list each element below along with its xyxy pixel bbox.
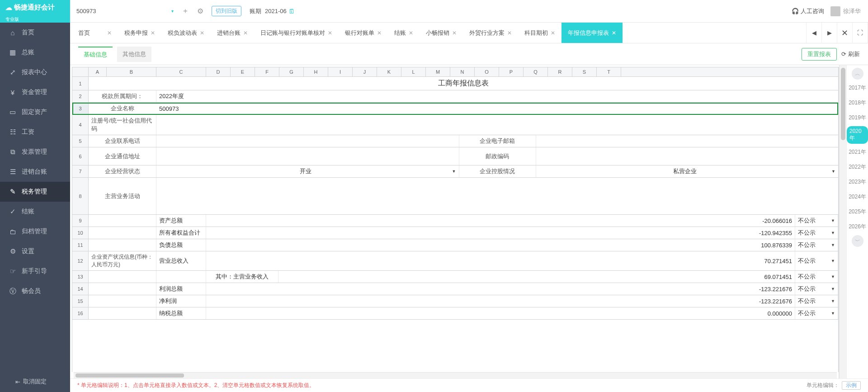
consult-link[interactable]: 🎧人工咨询: [792, 7, 824, 15]
publish-select[interactable]: 不公示▼: [795, 271, 838, 283]
year-down-button[interactable]: ﹀: [852, 235, 863, 247]
col-header[interactable]: K: [377, 67, 401, 76]
row-header[interactable]: 2: [72, 90, 89, 102]
sidebar-item-5[interactable]: ☷工资: [0, 122, 70, 142]
sidebar-item-0[interactable]: ⌂首页: [0, 23, 70, 43]
email-input[interactable]: [536, 135, 839, 147]
calendar-icon[interactable]: 🗓: [288, 8, 295, 15]
postal-input[interactable]: [536, 147, 839, 165]
main-biz-input[interactable]: [156, 178, 838, 214]
row-header[interactable]: 7: [72, 165, 89, 177]
publish-select[interactable]: 不公示▼: [795, 239, 838, 251]
sidebar-item-6[interactable]: ⧉发票管理: [0, 142, 70, 162]
year-item[interactable]: 2023年: [847, 175, 868, 189]
tab-close-icon[interactable]: ✕: [243, 30, 248, 36]
col-header[interactable]: O: [475, 67, 499, 76]
col-header[interactable]: A: [89, 67, 107, 76]
tab-4[interactable]: 进销台账✕: [211, 23, 254, 43]
tab-close-all-button[interactable]: ✕: [837, 23, 853, 43]
publish-select[interactable]: 不公示▼: [795, 215, 838, 227]
tab-close-icon[interactable]: ✕: [107, 30, 112, 36]
unpin-button[interactable]: ⇤取消固定: [0, 371, 70, 392]
year-up-button[interactable]: ︿: [852, 68, 863, 80]
sidebar-item-1[interactable]: ▦总账: [0, 43, 70, 62]
spreadsheet[interactable]: ABCDEFGHIJKLMNOPQRST 1工商年报信息表2税款所属期间：202…: [72, 67, 839, 378]
plus-icon[interactable]: ＋: [182, 6, 189, 16]
tab-close-icon[interactable]: ✕: [507, 30, 512, 36]
col-header[interactable]: R: [548, 67, 572, 76]
tab-11[interactable]: 年报信息申报表✕: [561, 23, 623, 43]
fin-input[interactable]: -120.942355: [206, 227, 795, 239]
col-header[interactable]: G: [279, 67, 304, 76]
publish-select[interactable]: 不公示▼: [795, 227, 838, 239]
sidebar-item-12[interactable]: ☞新手引导: [0, 261, 70, 281]
col-header[interactable]: B: [107, 67, 156, 76]
year-item[interactable]: 2022年: [847, 161, 868, 174]
row-header[interactable]: 12: [72, 251, 89, 270]
col-header[interactable]: N: [450, 67, 475, 76]
select-all-corner[interactable]: [72, 67, 89, 76]
switch-old-button[interactable]: 切到旧版: [212, 6, 241, 16]
fin-input[interactable]: 69.071451: [278, 271, 795, 283]
tab-3[interactable]: 税负波动表✕: [161, 23, 211, 43]
year-item[interactable]: 2025年: [847, 205, 868, 218]
publish-select[interactable]: 不公示▼: [795, 307, 838, 319]
tab-close-icon[interactable]: ✕: [452, 30, 457, 36]
tab-6[interactable]: 银行对账单✕: [339, 23, 388, 43]
year-item[interactable]: 2018年: [847, 96, 868, 109]
tab-close-icon[interactable]: ✕: [151, 30, 155, 36]
tab-8[interactable]: 小畅报销✕: [420, 23, 463, 43]
company-name-input[interactable]: 500973: [156, 103, 838, 114]
subtab-other[interactable]: 其他信息: [117, 47, 151, 62]
sidebar-item-9[interactable]: ✓结账: [0, 202, 70, 222]
fin-input[interactable]: 0.000000: [206, 307, 795, 319]
fin-input[interactable]: 100.876339: [206, 239, 795, 251]
fin-input[interactable]: -123.221676: [206, 295, 795, 307]
col-header[interactable]: M: [426, 67, 450, 76]
tab-close-icon[interactable]: ✕: [200, 30, 204, 36]
tab-10[interactable]: 科目期初✕: [518, 23, 561, 43]
col-header[interactable]: C: [156, 67, 206, 76]
holding-select[interactable]: 私营企业▼: [536, 165, 839, 177]
tab-prev-button[interactable]: ◀: [807, 23, 822, 43]
tab-7[interactable]: 结账✕: [388, 23, 420, 43]
row-header[interactable]: 9: [72, 215, 89, 227]
refresh-button[interactable]: ⟳刷新: [841, 50, 860, 58]
sidebar-item-2[interactable]: ⤢报表中心: [0, 62, 70, 82]
col-header[interactable]: T: [597, 67, 621, 76]
tab-0[interactable]: 首页: [70, 23, 98, 43]
fin-input[interactable]: -123.221676: [206, 283, 795, 295]
tab-9[interactable]: 外贸行业方案✕: [463, 23, 518, 43]
col-header[interactable]: D: [206, 67, 231, 76]
row-header[interactable]: 8: [72, 178, 89, 214]
sidebar-item-7[interactable]: ☰进销台账: [0, 162, 70, 182]
row-header[interactable]: 10: [72, 227, 89, 239]
row-header[interactable]: 1: [72, 77, 89, 90]
row-header[interactable]: 15: [72, 295, 89, 307]
fin-input[interactable]: -20.066016: [206, 215, 795, 227]
publish-select[interactable]: 不公示▼: [795, 251, 838, 270]
period-value[interactable]: 2021-06: [265, 8, 287, 14]
year-item[interactable]: 2017年: [847, 81, 868, 94]
tab-close-icon[interactable]: ✕: [612, 30, 616, 36]
fin-input[interactable]: 70.271451: [206, 251, 795, 270]
reg-code-input[interactable]: [156, 115, 838, 135]
col-header[interactable]: F: [255, 67, 279, 76]
col-header[interactable]: S: [572, 67, 597, 76]
row-header[interactable]: 6: [72, 147, 89, 165]
row-header[interactable]: 16: [72, 307, 89, 319]
col-header[interactable]: P: [499, 67, 524, 76]
fullscreen-button[interactable]: ⛶: [853, 23, 868, 43]
col-header[interactable]: I: [328, 67, 353, 76]
publish-select[interactable]: 不公示▼: [795, 283, 838, 295]
tab-next-button[interactable]: ▶: [822, 23, 837, 43]
company-selector[interactable]: 500973 ▾: [76, 8, 174, 14]
year-item[interactable]: 2019年: [847, 111, 868, 124]
subtab-basic[interactable]: 基础信息: [78, 47, 113, 62]
tab-1[interactable]: ✕: [98, 23, 118, 43]
sidebar-item-8[interactable]: ✎税务管理: [0, 182, 70, 202]
year-item[interactable]: 2020年: [847, 126, 868, 144]
user-menu[interactable]: 徐泽华: [830, 6, 861, 16]
row-header[interactable]: 14: [72, 283, 89, 295]
sidebar-item-3[interactable]: ¥资金管理: [0, 82, 70, 102]
